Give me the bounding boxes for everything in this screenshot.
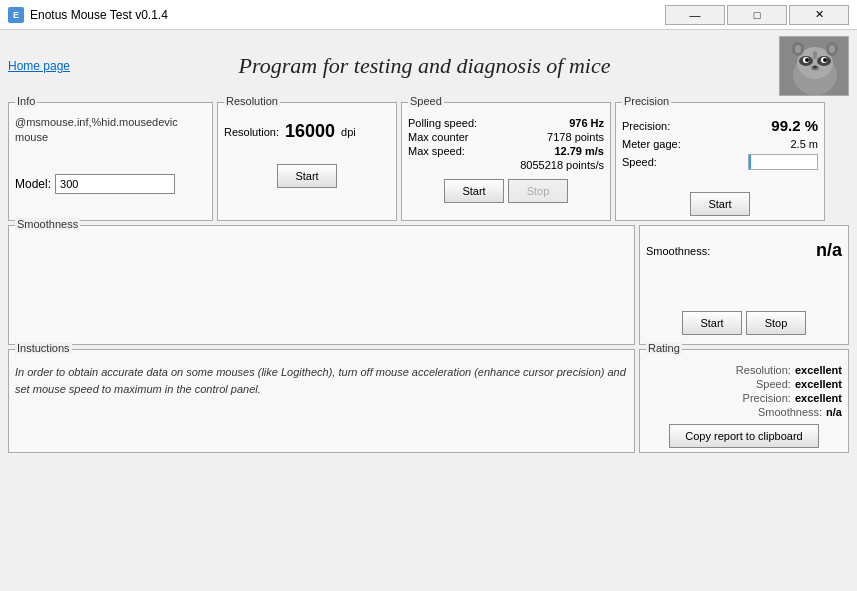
precision-meter-value: 2.5 m — [790, 138, 818, 150]
rating-precision-label: Precision: — [743, 392, 791, 404]
window-title: Enotus Mouse Test v0.1.4 — [30, 8, 168, 22]
smoothness-value-row: Smoothness: n/a — [646, 240, 842, 261]
svg-point-5 — [795, 45, 801, 53]
copy-btn-row: Copy report to clipboard — [646, 424, 842, 448]
precision-value: 99.2 % — [771, 117, 818, 134]
title-bar: E Enotus Mouse Test v0.1.4 — □ ✕ — [0, 0, 857, 30]
raccoon-svg — [780, 37, 849, 96]
speed-panel: Speed Polling speed: 976 Hz Max counter … — [401, 102, 611, 221]
instructions-panel: Instuctions In order to obtain accurate … — [8, 349, 635, 453]
middle-row: Smoothness Smoothness: n/a Start Stop — [8, 225, 849, 345]
smoothness-canvas — [15, 230, 628, 310]
instructions-text: In order to obtain accurate data on some… — [15, 364, 628, 397]
precision-label: Precision: — [622, 120, 670, 132]
speed-points-value: 8055218 points/s — [520, 159, 604, 171]
smoothness-btn-row: Start Stop — [646, 311, 842, 335]
close-button[interactable]: ✕ — [789, 5, 849, 25]
svg-point-6 — [829, 45, 835, 53]
resolution-label: Resolution: — [224, 126, 279, 138]
smoothness-main-title: Smoothness — [15, 218, 80, 230]
precision-btn-row: Start — [622, 192, 818, 216]
rating-speed-label: Speed: — [756, 378, 791, 390]
precision-panel: Precision Precision: 99.2 % Meter gage: … — [615, 102, 825, 221]
rating-title: Rating — [646, 342, 682, 354]
info-panel: Info @msmouse.inf,%hid.mousedevic mouse … — [8, 102, 213, 221]
resolution-panel: Resolution Resolution: 16000 dpi Start — [217, 102, 397, 221]
rating-panel: Rating Resolution: excellent Speed: exce… — [639, 349, 849, 453]
speed-row-polling: Polling speed: 976 Hz — [408, 117, 604, 129]
resolution-start-button[interactable]: Start — [277, 164, 337, 188]
precision-speed-bar — [748, 154, 818, 170]
svg-point-11 — [805, 58, 809, 62]
speed-maxcounter-label: Max counter — [408, 131, 469, 143]
resolution-value-row: Resolution: 16000 dpi — [224, 121, 390, 142]
speed-polling-label: Polling speed: — [408, 117, 477, 129]
model-input[interactable] — [55, 174, 175, 194]
speed-row-points: 8055218 points/s — [408, 159, 604, 171]
rating-precision-value: excellent — [795, 392, 842, 404]
home-link[interactable]: Home page — [8, 59, 70, 73]
precision-meter-label: Meter gage: — [622, 138, 681, 150]
bottom-row: Instuctions In order to obtain accurate … — [8, 349, 849, 453]
rating-smoothness-value: n/a — [826, 406, 842, 418]
smoothness-right-panel: Smoothness: n/a Start Stop — [639, 225, 849, 345]
smoothness-start-button[interactable]: Start — [682, 311, 742, 335]
precision-row-meter: Meter gage: 2.5 m — [622, 138, 818, 150]
minimize-button[interactable]: — — [665, 5, 725, 25]
model-label: Model: — [15, 177, 51, 191]
precision-row-speed: Speed: — [622, 154, 818, 170]
rating-rows: Resolution: excellent Speed: excellent P… — [646, 364, 842, 418]
resolution-value: 16000 — [285, 121, 335, 142]
main-content: Home page Program for testing and diagno… — [0, 30, 857, 459]
smoothness-value: n/a — [816, 240, 842, 261]
speed-btn-row: Start Stop — [408, 179, 604, 203]
svg-point-12 — [823, 58, 827, 62]
rating-resolution-label: Resolution: — [736, 364, 791, 376]
info-panel-title: Info — [15, 95, 37, 107]
rating-smoothness-label: Smoothness: — [758, 406, 822, 418]
speed-row-maxspeed: Max speed: 12.79 m/s — [408, 145, 604, 157]
precision-rows: Precision: 99.2 % Meter gage: 2.5 m Spee… — [622, 117, 818, 170]
rating-resolution-value: excellent — [795, 364, 842, 376]
copy-report-button[interactable]: Copy report to clipboard — [669, 424, 819, 448]
precision-speed-bar-fill — [749, 155, 751, 169]
title-bar-controls: — □ ✕ — [665, 5, 849, 25]
app-title: Program for testing and diagnosis of mic… — [80, 53, 769, 79]
speed-start-button[interactable]: Start — [444, 179, 504, 203]
speed-rows: Polling speed: 976 Hz Max counter 7178 p… — [408, 117, 604, 171]
speed-polling-value: 976 Hz — [569, 117, 604, 129]
instructions-title: Instuctions — [15, 342, 72, 354]
smoothness-stop-button[interactable]: Stop — [746, 311, 806, 335]
precision-row-precision: Precision: 99.2 % — [622, 117, 818, 134]
panels-row-top: Info @msmouse.inf,%hid.mousedevic mouse … — [8, 102, 849, 221]
smoothness-right-content: Smoothness: n/a — [646, 240, 842, 261]
rating-row-speed: Speed: excellent — [646, 378, 842, 390]
app-icon: E — [8, 7, 24, 23]
resolution-btn-row: Start — [224, 164, 390, 188]
smoothness-label: Smoothness: — [646, 245, 710, 257]
speed-stop-button[interactable]: Stop — [508, 179, 568, 203]
precision-panel-title: Precision — [622, 95, 671, 107]
info-device-text: @msmouse.inf,%hid.mousedevic mouse — [15, 115, 206, 146]
speed-maxcounter-value: 7178 points — [547, 131, 604, 143]
precision-start-button[interactable]: Start — [690, 192, 750, 216]
rating-row-resolution: Resolution: excellent — [646, 364, 842, 376]
rating-row-precision: Precision: excellent — [646, 392, 842, 404]
smoothness-main-panel: Smoothness — [8, 225, 635, 345]
maximize-button[interactable]: □ — [727, 5, 787, 25]
svg-point-14 — [813, 66, 817, 69]
speed-maxspeed-label: Max speed: — [408, 145, 465, 157]
speed-panel-title: Speed — [408, 95, 444, 107]
rating-speed-value: excellent — [795, 378, 842, 390]
title-bar-left: E Enotus Mouse Test v0.1.4 — [8, 7, 168, 23]
speed-row-maxcounter: Max counter 7178 points — [408, 131, 604, 143]
model-row: Model: — [15, 174, 206, 194]
precision-speed-label: Speed: — [622, 156, 657, 168]
top-section: Home page Program for testing and diagno… — [8, 36, 849, 96]
raccoon-image — [779, 36, 849, 96]
resolution-panel-title: Resolution — [224, 95, 280, 107]
svg-rect-15 — [813, 51, 817, 59]
speed-maxspeed-value: 12.79 m/s — [554, 145, 604, 157]
resolution-unit: dpi — [341, 126, 356, 138]
rating-row-smoothness: Smoothness: n/a — [646, 406, 842, 418]
